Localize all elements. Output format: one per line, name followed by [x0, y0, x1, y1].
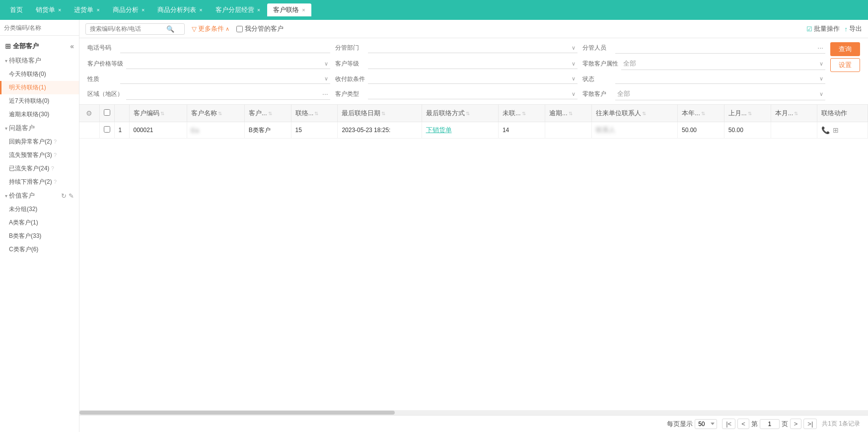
last-month-column-header[interactable]: 上月...⇅	[724, 105, 771, 122]
total-records: 共1页 1条记录	[822, 420, 860, 428]
filter-manager-select[interactable]: ···	[615, 42, 825, 54]
filter-scatter-attr-select[interactable]: 全部 ∨	[621, 58, 825, 70]
sidebar-item-overdue-contact[interactable]: 逾期未联络(30)	[0, 108, 79, 121]
filter-more-btn[interactable]: ▽ 更多条件 ∧	[189, 23, 232, 35]
overdue-column-header[interactable]: 逾期...⇅	[545, 105, 591, 122]
sidebar-group-problems[interactable]: ▾ 问题客户	[0, 121, 79, 135]
export-btn[interactable]: ↑ 导出	[845, 24, 863, 33]
last-contact-method-column-header[interactable]: 最后联络方式⇅	[422, 105, 498, 122]
this-year-column-header[interactable]: 本年...⇅	[677, 105, 724, 122]
index-column-header	[114, 105, 129, 122]
close-customer-contact-icon[interactable]: ×	[302, 7, 305, 13]
prev-page-button[interactable]: <	[737, 419, 749, 429]
select-all-checkbox[interactable]	[104, 109, 110, 116]
filter-payment-select[interactable]: ∨	[368, 74, 578, 84]
row-contact: 15	[291, 122, 338, 139]
my-customers-checkbox[interactable]: 我分管的客户	[236, 24, 284, 33]
filter-region-select[interactable]: ···	[126, 88, 330, 100]
dropdown-arrow-icon-6: ∨	[572, 75, 576, 82]
code-column-header[interactable]: 客户编码⇅	[129, 105, 187, 122]
collapse-sidebar-icon[interactable]: «	[70, 42, 74, 50]
name-column-header[interactable]: 客户名称⇅	[187, 105, 244, 122]
row-grid-action-icon[interactable]: ⊞	[833, 126, 839, 134]
sidebar-item-ungrouped[interactable]: 未分组(32)	[0, 203, 79, 216]
region-dots-icon[interactable]: ···	[322, 90, 328, 98]
last-contact-date-column-header[interactable]: 最后联络日期⇅	[338, 105, 422, 122]
this-month-column-header[interactable]: 本月...⇅	[771, 105, 817, 122]
sidebar-item-class-a[interactable]: A类客户(1)	[0, 216, 79, 229]
sidebar-item-7days-contact[interactable]: 近7天待联络(0)	[0, 94, 79, 108]
my-customers-check[interactable]	[236, 26, 243, 32]
filter-phone-input[interactable]	[120, 43, 330, 53]
uncontacted-column-header[interactable]: 未联...⇅	[498, 105, 545, 122]
nav-sales[interactable]: 销货单 ×	[30, 3, 67, 16]
close-customer-tier-icon[interactable]: ×	[257, 7, 260, 13]
value-edit-icon[interactable]: ✎	[69, 192, 74, 200]
last-page-button[interactable]: >|	[803, 419, 817, 429]
close-product-analysis-list-icon[interactable]: ×	[199, 7, 202, 13]
manager-dots-icon[interactable]: ···	[817, 44, 823, 52]
setting-button[interactable]: 设置	[830, 58, 860, 72]
horizontal-scrollbar[interactable]	[79, 410, 868, 415]
nav-product-analysis-list[interactable]: 商品分析列表 ×	[151, 3, 208, 16]
filter-department-select[interactable]: ∨	[368, 43, 578, 53]
search-input[interactable]	[90, 25, 164, 32]
nav-customer-contact[interactable]: 客户联络 ×	[267, 3, 311, 16]
next-page-button[interactable]: >	[790, 419, 802, 429]
sidebar-item-tomorrow-contact[interactable]: 明天待联络(1)	[0, 81, 79, 94]
type-column-header[interactable]: 客户...⇅	[244, 105, 291, 122]
filter-status-select[interactable]: ∨	[615, 74, 825, 84]
sidebar-search-input[interactable]	[4, 24, 78, 31]
gear-icon[interactable]: ⚙	[86, 109, 92, 117]
row-phone-action-icon[interactable]: 📞	[821, 126, 830, 134]
sidebar-item-repurchase-abnormal[interactable]: 回购异常客户(2) ?	[0, 135, 79, 148]
unit-contact-column-header[interactable]: 往来单位联系人⇅	[591, 105, 677, 122]
row-last-month: 50.00	[724, 122, 771, 139]
first-page-button[interactable]: |<	[722, 419, 735, 429]
contact-column-header[interactable]: 联络...⇅	[291, 105, 338, 122]
sidebar-item-declining[interactable]: 持续下滑客户(2) ?	[0, 175, 79, 189]
row-type: B类客户	[244, 122, 291, 139]
filter-price-level-select[interactable]: ∨	[126, 59, 330, 69]
sidebar-item-today-contact[interactable]: 今天待联络(0)	[0, 68, 79, 81]
sidebar-group-pending[interactable]: ▾ 待联络客户	[0, 54, 79, 68]
filter-region: 区域（地区） ···	[87, 88, 330, 100]
nav-customer-tier[interactable]: 客户分层经营 ×	[210, 3, 266, 16]
filter-customer-level-select[interactable]: ∨	[368, 59, 578, 69]
row-checkbox	[99, 122, 114, 139]
sidebar-item-churn-warning[interactable]: 流失预警客户(3) ?	[0, 148, 79, 162]
scrollbar-thumb[interactable]	[79, 411, 395, 415]
close-product-analysis-icon[interactable]: ×	[142, 7, 145, 13]
dropdown-arrow-icon: ∨	[572, 45, 576, 51]
customer-table: ⚙ 客户编码⇅ 客户名称⇅ 客户...⇅	[79, 105, 868, 139]
batch-op-icon: ☑	[806, 25, 812, 33]
query-button[interactable]: 查询	[830, 42, 860, 56]
sidebar-item-class-c[interactable]: C类客户(6)	[0, 243, 79, 256]
batch-op-btn[interactable]: ☑ 批量操作	[806, 24, 840, 33]
dropdown-arrow-icon-4: ∨	[819, 61, 823, 67]
sidebar-item-class-b[interactable]: B类客户(33)	[0, 229, 79, 243]
close-sales-icon[interactable]: ×	[58, 7, 61, 13]
sort-icon-lcd: ⇅	[381, 111, 385, 116]
nav-purchase[interactable]: 进货单 ×	[68, 3, 105, 16]
page-number-input[interactable]	[760, 419, 780, 429]
dropdown-arrow-icon-8: ∨	[572, 91, 576, 97]
nav-product-analysis[interactable]: 商品分析 ×	[107, 3, 150, 16]
nav-home[interactable]: 首页	[4, 3, 29, 16]
last-contact-link[interactable]: 下销货单	[426, 126, 452, 134]
close-purchase-icon[interactable]: ×	[96, 7, 99, 13]
row-select-checkbox[interactable]	[104, 126, 110, 133]
filter-customer-type-select[interactable]: ∨	[368, 89, 578, 99]
sidebar-all-customers[interactable]: ⊞ 全部客户 «	[0, 39, 79, 54]
sidebar-search-area: 🔍	[0, 20, 79, 36]
toolbar-search-icon[interactable]: 🔍	[166, 25, 174, 33]
sidebar-item-churned[interactable]: 已流失客户(24) ?	[0, 162, 79, 175]
filter-nature-select[interactable]: ∨	[120, 74, 330, 84]
toolbar-right: ☑ 批量操作 ↑ 导出	[806, 24, 863, 33]
dropdown-arrow-icon-2: ∨	[324, 61, 328, 67]
page-size-select[interactable]: 10 20 50 100	[695, 419, 717, 429]
sidebar-group-value[interactable]: ▾ 价值客户 ↻ ✎	[0, 189, 79, 203]
filter-scatter-select[interactable]: 全部 ∨	[615, 88, 825, 100]
value-refresh-icon[interactable]: ↻	[61, 192, 67, 200]
filter-customer-level: 客户等级 ∨	[335, 59, 578, 69]
